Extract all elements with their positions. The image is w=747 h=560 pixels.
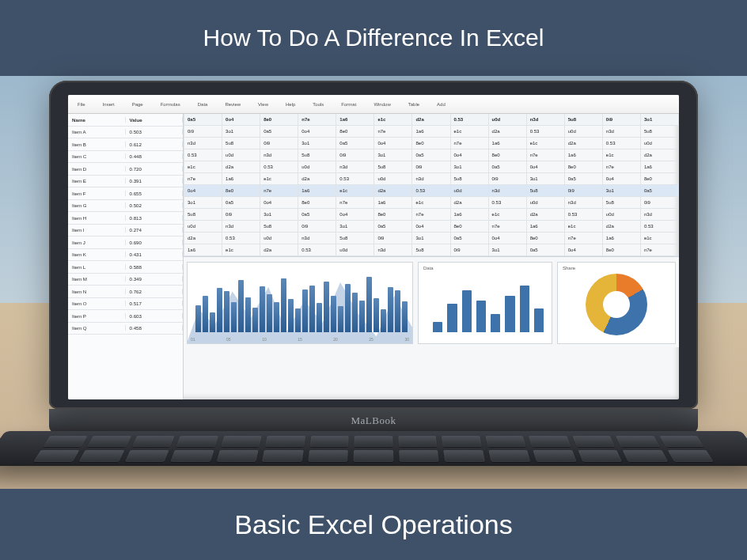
data-cell[interactable]: u0d — [451, 185, 489, 197]
data-cell[interactable]: d2a — [374, 185, 412, 197]
column-header[interactable]: n7e — [298, 114, 336, 126]
data-cell[interactable]: 0o4 — [527, 161, 565, 173]
data-cell[interactable]: n7e — [184, 173, 222, 185]
data-cell[interactable]: n7e — [489, 221, 527, 233]
data-cell[interactable]: 0.53 — [565, 209, 603, 221]
data-cell[interactable]: 0a5 — [412, 149, 450, 161]
data-cell[interactable]: u0d — [641, 138, 679, 149]
data-cell[interactable]: 5u8 — [222, 138, 260, 149]
data-cell[interactable]: 0.53 — [603, 138, 641, 149]
data-cell[interactable]: d2a — [222, 161, 260, 173]
data-cell[interactable]: 8e0 — [603, 244, 641, 256]
data-cell[interactable]: e1c — [641, 233, 679, 244]
data-cell[interactable]: 8e0 — [489, 149, 527, 161]
data-cell[interactable]: d2a — [641, 149, 679, 161]
column-header[interactable]: 3o1 — [641, 114, 679, 126]
data-cell[interactable]: 0.53 — [184, 149, 222, 161]
data-cell[interactable]: u0d — [260, 233, 298, 244]
data-cell[interactable]: 0a5 — [222, 197, 260, 209]
data-cell[interactable]: u0d — [603, 209, 641, 221]
data-cell[interactable]: n7e — [374, 126, 412, 138]
data-cell[interactable]: 3o1 — [451, 161, 489, 173]
column-header[interactable]: 0a5 — [184, 114, 222, 126]
data-cell[interactable]: 5u8 — [374, 161, 412, 173]
data-cell[interactable]: 0a5 — [527, 244, 565, 256]
data-cell[interactable]: 0o4 — [260, 197, 298, 209]
data-cell[interactable]: 0i9 — [565, 185, 603, 197]
data-cell[interactable]: 0o4 — [412, 221, 450, 233]
data-cell[interactable]: 0a5 — [336, 138, 374, 149]
data-cell[interactable]: 0i9 — [489, 173, 527, 185]
data-cell[interactable]: 0i9 — [451, 244, 489, 256]
ribbon-tab[interactable]: Page — [132, 102, 143, 107]
data-cell[interactable]: 0.53 — [260, 161, 298, 173]
data-cell[interactable]: 0i9 — [184, 126, 222, 138]
data-cell[interactable]: 5u8 — [527, 185, 565, 197]
data-cell[interactable]: 1a6 — [451, 209, 489, 221]
column-header[interactable]: e1c — [374, 114, 412, 126]
data-cell[interactable]: 0.53 — [489, 197, 527, 209]
data-cell[interactable]: n7e — [641, 244, 679, 256]
data-cell[interactable]: 0a5 — [298, 209, 336, 221]
data-cell[interactable]: 0o4 — [336, 209, 374, 221]
data-cell[interactable]: 8e0 — [374, 209, 412, 221]
data-cell[interactable]: d2a — [260, 244, 298, 256]
ribbon-tab[interactable]: Data — [198, 102, 208, 107]
column-header[interactable]: n3d — [527, 114, 565, 126]
ribbon-tab[interactable]: File — [78, 102, 85, 107]
data-cell[interactable]: 0o4 — [603, 173, 641, 185]
ribbon-tab[interactable]: Add — [437, 102, 446, 107]
data-cell[interactable]: 0.53 — [412, 185, 450, 197]
data-cell[interactable]: e1c — [412, 197, 450, 209]
data-cell[interactable]: 0o4 — [374, 138, 412, 149]
data-cell[interactable]: 0a5 — [374, 221, 412, 233]
data-cell[interactable]: 3o1 — [222, 126, 260, 138]
ribbon-tab[interactable]: Help — [286, 102, 295, 107]
data-cell[interactable]: 0i9 — [374, 233, 412, 244]
data-cell[interactable]: 3o1 — [412, 233, 450, 244]
data-cell[interactable]: e1c — [260, 173, 298, 185]
column-header[interactable]: 8e0 — [260, 114, 298, 126]
data-cell[interactable]: 1a6 — [527, 221, 565, 233]
data-cell[interactable]: n3d — [565, 197, 603, 209]
data-cell[interactable]: 0.53 — [298, 244, 336, 256]
data-cell[interactable]: 5u8 — [451, 173, 489, 185]
data-cell[interactable]: 1a6 — [298, 185, 336, 197]
data-cell[interactable]: 8e0 — [527, 233, 565, 244]
data-cell[interactable]: 1a6 — [184, 244, 222, 256]
data-cell[interactable]: 0i9 — [298, 221, 336, 233]
data-cell[interactable]: 5u8 — [298, 149, 336, 161]
data-cell[interactable]: n3d — [641, 209, 679, 221]
data-cell[interactable]: 1a6 — [565, 149, 603, 161]
column-header[interactable]: d2a — [412, 114, 450, 126]
ribbon-tab[interactable]: Review — [225, 102, 241, 107]
data-cell[interactable]: 0i9 — [336, 149, 374, 161]
data-cell[interactable]: e1c — [527, 138, 565, 149]
data-cell[interactable]: n3d — [260, 149, 298, 161]
data-cell[interactable]: e1c — [565, 221, 603, 233]
column-header[interactable]: 0o4 — [222, 114, 260, 126]
data-cell[interactable]: 3o1 — [298, 138, 336, 149]
data-cell[interactable]: n3d — [489, 185, 527, 197]
data-cell[interactable]: 0a5 — [489, 161, 527, 173]
column-header[interactable]: 1a6 — [336, 114, 374, 126]
ribbon-tab[interactable]: Window — [374, 102, 390, 107]
data-cell[interactable]: n7e — [603, 161, 641, 173]
data-cell[interactable]: 0o4 — [451, 149, 489, 161]
data-cell[interactable]: 0i9 — [641, 197, 679, 209]
data-cell[interactable]: 3o1 — [527, 173, 565, 185]
data-cell[interactable]: 0a5 — [260, 126, 298, 138]
data-cell[interactable]: 8e0 — [336, 126, 374, 138]
data-cell[interactable]: 5u8 — [184, 209, 222, 221]
data-cell[interactable]: 8e0 — [412, 138, 450, 149]
data-cell[interactable]: 0o4 — [298, 126, 336, 138]
data-cell[interactable]: 8e0 — [565, 161, 603, 173]
data-cell[interactable]: 5u8 — [336, 233, 374, 244]
data-cell[interactable]: d2a — [565, 138, 603, 149]
data-cell[interactable]: 3o1 — [260, 209, 298, 221]
data-cell[interactable]: 3o1 — [336, 221, 374, 233]
data-cell[interactable]: e1c — [336, 185, 374, 197]
data-cell[interactable]: d2a — [489, 126, 527, 138]
data-cell[interactable]: 0a5 — [451, 233, 489, 244]
data-cell[interactable]: d2a — [527, 209, 565, 221]
